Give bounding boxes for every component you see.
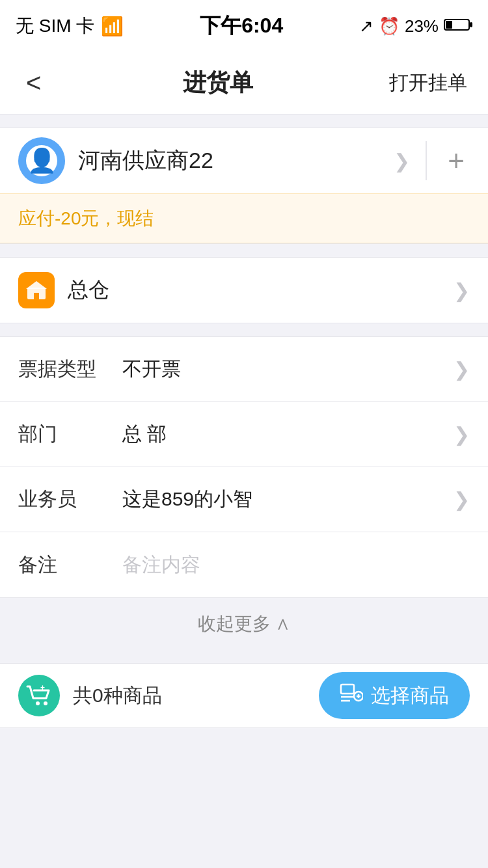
- department-label: 部门: [18, 421, 122, 448]
- svg-point-7: [44, 701, 47, 705]
- svg-rect-9: [341, 685, 354, 694]
- status-time: 下午6:04: [200, 12, 283, 40]
- warehouse-icon: [18, 272, 55, 308]
- person-icon: 👤: [27, 147, 57, 174]
- status-bar: 无 SIM 卡 📶 下午6:04 ↗ ⏰ 23%: [0, 0, 488, 52]
- department-value: 总 部: [122, 421, 448, 448]
- location-icon: ↗: [359, 16, 373, 36]
- page-background: [0, 728, 488, 868]
- battery-icon: [444, 16, 472, 36]
- svg-marker-4: [26, 281, 47, 289]
- battery-level: 23%: [405, 16, 439, 36]
- vertical-divider: [426, 141, 427, 180]
- cart-icon-wrap: +: [18, 675, 60, 716]
- open-pending-button[interactable]: 打开挂单: [389, 70, 467, 96]
- collapse-label: 收起更多 ∧: [198, 612, 291, 636]
- svg-rect-5: [34, 293, 39, 299]
- status-left: 无 SIM 卡 📶: [16, 14, 124, 38]
- nav-bar: < 进货单 打开挂单: [0, 52, 488, 115]
- form-section: 票据类型 不开票 ❯ 部门 总 部 ❯ 业务员 这是859的小智 ❯ 备注 备注…: [0, 336, 488, 598]
- supplier-chevron-icon: ❯: [394, 150, 410, 172]
- svg-rect-2: [446, 21, 452, 29]
- remark-row[interactable]: 备注 备注内容: [0, 532, 488, 597]
- ticket-type-row[interactable]: 票据类型 不开票 ❯: [0, 337, 488, 402]
- ticket-type-value: 不开票: [122, 356, 448, 383]
- remark-label: 备注: [18, 552, 122, 578]
- supplier-section: 👤 河南供应商22 ❯ + 应付-20元，现结: [0, 128, 488, 244]
- ticket-type-label: 票据类型: [18, 356, 122, 383]
- wifi-icon: 📶: [101, 16, 124, 37]
- svg-point-6: [36, 701, 40, 705]
- select-product-label: 选择商品: [371, 683, 449, 709]
- salesperson-label: 业务员: [18, 486, 122, 513]
- notice-banner: 应付-20元，现结: [0, 193, 488, 243]
- avatar-inner: 👤: [26, 145, 57, 176]
- section-gap-4: [0, 650, 488, 663]
- salesperson-row[interactable]: 业务员 这是859的小智 ❯: [0, 467, 488, 532]
- svg-text:+: +: [40, 684, 45, 692]
- salesperson-chevron-icon: ❯: [454, 488, 470, 511]
- warehouse-chevron-icon: ❯: [454, 279, 470, 302]
- remark-value: 备注内容: [122, 552, 470, 578]
- alarm-icon: ⏰: [379, 16, 400, 36]
- supplier-row[interactable]: 👤 河南供应商22 ❯ +: [0, 128, 488, 193]
- notice-text: 应付-20元，现结: [18, 208, 154, 228]
- department-chevron-icon: ❯: [454, 423, 470, 446]
- no-sim-text: 无 SIM 卡: [16, 14, 94, 38]
- warehouse-section[interactable]: 总仓 ❯: [0, 257, 488, 323]
- back-button[interactable]: <: [21, 63, 46, 103]
- ticket-type-chevron-icon: ❯: [454, 358, 470, 381]
- salesperson-value: 这是859的小智: [122, 486, 448, 513]
- status-right: ↗ ⏰ 23%: [359, 16, 472, 36]
- warehouse-row[interactable]: 总仓 ❯: [0, 258, 488, 323]
- bottom-section: + 共0种商品 选择商品: [0, 663, 488, 728]
- select-product-icon: [340, 683, 363, 708]
- supplier-avatar: 👤: [18, 137, 65, 184]
- section-gap-3: [0, 323, 488, 336]
- warehouse-name: 总仓: [68, 276, 448, 305]
- page-title: 进货单: [183, 67, 253, 99]
- section-gap-1: [0, 115, 488, 128]
- svg-rect-1: [470, 22, 472, 27]
- product-count: 共0种商品: [73, 683, 319, 709]
- collapse-button[interactable]: 收起更多 ∧: [0, 598, 488, 650]
- supplier-name: 河南供应商22: [78, 146, 388, 176]
- department-row[interactable]: 部门 总 部 ❯: [0, 402, 488, 467]
- select-product-button[interactable]: 选择商品: [319, 672, 470, 719]
- section-gap-2: [0, 244, 488, 257]
- add-supplier-button[interactable]: +: [442, 139, 470, 182]
